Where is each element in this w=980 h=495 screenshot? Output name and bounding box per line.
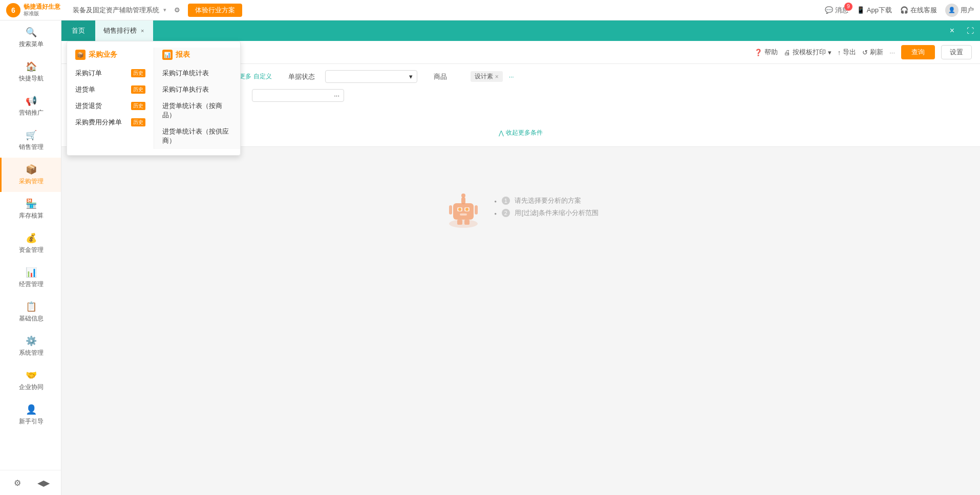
menu-item-stock-stats-goods[interactable]: 进货单统计表（按商品） — [158, 98, 237, 123]
sidebar-item-finance[interactable]: 💰 资金管理 — [0, 226, 61, 261]
help-label: 帮助 — [764, 48, 778, 57]
gear-button[interactable]: ⚙ — [171, 4, 184, 17]
svg-point-0 — [449, 220, 478, 228]
industry-btn[interactable]: 体验行业方案 — [188, 4, 242, 17]
message-icon: 💬 — [825, 6, 833, 14]
top-bar-right: 💬 消息 9 📱 App下载 🎧 在线客服 👤 用户 — [825, 4, 974, 17]
collapse-label: 收起更多条件 — [506, 128, 543, 137]
menu-item-stock-stats-supplier[interactable]: 进货单统计表（按供应商） — [158, 123, 237, 149]
logo: 6 畅捷通好生意 标准版 — [6, 3, 68, 17]
purchase-expense-label: 采购费用分摊单 — [75, 118, 122, 127]
status-select[interactable]: ▾ — [325, 70, 417, 83]
svg-rect-10 — [475, 205, 478, 214]
history-badge-1: 历史 — [131, 85, 145, 94]
sidebar-item-marketing[interactable]: 📢 营销推广 — [0, 89, 61, 123]
logo-text: 畅捷通好生意 标准版 — [24, 3, 60, 16]
tab-close-btn[interactable]: × — [140, 27, 145, 35]
top-bar-center: 装备及固定资产辅助管理系统 ▾ ⚙ 体验行业方案 — [68, 4, 825, 17]
sidebar-label-marketing: 营销推广 — [19, 109, 44, 117]
headset-icon: 🎧 — [900, 6, 908, 14]
menu-section-purchase-title: 📦 采购业务 — [71, 48, 150, 65]
sidebar-item-basic[interactable]: 📋 基础信息 — [0, 295, 61, 329]
empty-state: 1 请先选择要分析的方案 2 用[过滤]条件来缩小分析范围 — [61, 147, 980, 270]
export-label: 导出 — [843, 48, 856, 57]
app-download-btn[interactable]: 📱 App下载 — [857, 6, 892, 15]
goods-more-btn[interactable]: ··· — [509, 73, 514, 80]
order-stats-label: 采购订单统计表 — [162, 69, 209, 78]
cart-icon: 🛒 — [26, 130, 37, 141]
sidebar-label-inventory: 库存核算 — [19, 211, 44, 220]
goods-label: 商品 — [434, 72, 464, 81]
sidebar-item-search[interactable]: 🔍 搜索菜单 — [0, 20, 61, 55]
menu-item-purchase-expense[interactable]: 采购费用分摊单 历史 — [71, 114, 150, 131]
sidebar-item-purchase[interactable]: 📦 采购管理 — [0, 158, 61, 192]
menu-section-purchase: 📦 采购业务 采购订单 历史 进货单 历史 进货退货 历史 采购费用分摊单 历史 — [67, 48, 154, 149]
svg-rect-12 — [464, 220, 470, 225]
status-label: 单据状态 — [288, 72, 319, 81]
user-btn[interactable]: 👤 用户 — [945, 4, 974, 17]
system-dropdown-arrow[interactable]: ▾ — [163, 7, 166, 13]
svg-rect-11 — [457, 220, 462, 225]
help-btn[interactable]: ❓ 帮助 — [754, 48, 778, 57]
menu-item-purchase-order[interactable]: 采购订单 历史 — [71, 65, 150, 81]
date-custom-btn[interactable]: 自定义 — [253, 72, 272, 81]
history-badge-0: 历史 — [131, 69, 145, 77]
sidebar-item-newbie[interactable]: 👤 新手引导 — [0, 398, 61, 432]
menu-item-order-exec[interactable]: 采购订单执行表 — [158, 81, 237, 98]
history-badge-2: 历史 — [131, 102, 145, 110]
tab-bar-close[interactable]: × — [944, 26, 961, 35]
menu-item-stock-in[interactable]: 进货单 历史 — [71, 81, 150, 98]
tab-sales-rank-label: 销售排行榜 — [103, 26, 137, 35]
menu-item-order-stats[interactable]: 采购订单统计表 — [158, 65, 237, 81]
export-btn[interactable]: ↑ 导出 — [838, 48, 857, 57]
user-name: 用户 — [961, 6, 974, 15]
print-dropdown-icon[interactable]: ▾ — [828, 49, 832, 56]
sidebar-item-enterprise[interactable]: 🤝 企业协同 — [0, 363, 61, 398]
phone-icon: 📱 — [857, 6, 865, 14]
home-icon: 🏠 — [26, 61, 37, 72]
purchase-dropdown-menu: 📦 采购业务 采购订单 历史 进货单 历史 进货退货 历史 采购费用分摊单 历史 — [67, 41, 241, 156]
toolbar-more[interactable]: ··· — [889, 49, 895, 56]
sidebar-label-enterprise: 企业协同 — [19, 383, 44, 392]
sidebar-item-quick[interactable]: 🏠 快捷导航 — [0, 55, 61, 89]
report-section-label: 报表 — [176, 50, 190, 59]
print-icon: 🖨 — [784, 49, 791, 56]
online-service-label: 在线客服 — [910, 6, 937, 15]
collapse-sidebar-btn[interactable]: ◀▶ — [35, 475, 52, 491]
sidebar-label-newbie: 新手引导 — [19, 417, 44, 426]
collapse-btn[interactable]: ⋀ 收起更多条件 — [496, 125, 546, 140]
refresh-label: 刷新 — [870, 48, 883, 57]
print-label: 按模板打印 — [793, 48, 826, 57]
sidebar-item-sales[interactable]: 🛒 销售管理 — [0, 123, 61, 158]
staff-select[interactable]: ··· — [252, 89, 344, 102]
menu-section-report-title: 📊 报表 — [158, 48, 237, 65]
online-service-btn[interactable]: 🎧 在线客服 — [900, 6, 937, 15]
tab-maximize-btn[interactable]: ⛶ — [961, 27, 980, 35]
operation-icon: 📊 — [26, 267, 37, 278]
stock-return-label: 进货退货 — [75, 101, 102, 111]
tip-num-1: 1 — [502, 197, 510, 205]
avatar: 👤 — [945, 4, 958, 17]
query-button[interactable]: 查询 — [901, 45, 935, 59]
history-badge-3: 历史 — [131, 118, 145, 126]
goods-tag-remove[interactable]: × — [495, 73, 499, 80]
sidebar-item-inventory[interactable]: 🏪 库存核算 — [0, 192, 61, 226]
sidebar-item-system[interactable]: ⚙️ 系统管理 — [0, 329, 61, 363]
sidebar-label-purchase: 采购管理 — [19, 177, 44, 186]
refresh-btn[interactable]: ↺ 刷新 — [862, 48, 883, 57]
date-more-btn[interactable]: 更多 — [239, 72, 251, 81]
tab-home[interactable]: 首页 — [61, 20, 95, 41]
print-btn[interactable]: 🖨 按模板打印 ▾ — [784, 48, 832, 57]
menu-item-stock-return[interactable]: 进货退货 历史 — [71, 98, 150, 114]
message-btn[interactable]: 💬 消息 9 — [825, 6, 848, 15]
purchase-icon: 📦 — [26, 164, 37, 175]
empty-tips: 1 请先选择要分析的方案 2 用[过滤]条件来缩小分析范围 — [494, 196, 598, 221]
svg-point-8 — [461, 193, 465, 198]
settings-button[interactable]: 设置 — [941, 45, 972, 59]
tab-sales-rank[interactable]: 销售排行榜 × — [95, 20, 153, 41]
stock-in-label: 进货单 — [75, 85, 95, 94]
sidebar-label-sales: 销售管理 — [19, 143, 44, 152]
sidebar-item-operation[interactable]: 📊 经营管理 — [0, 261, 61, 295]
status-dropdown-icon: ▾ — [409, 73, 413, 80]
settings-bottom-btn[interactable]: ⚙ — [9, 475, 26, 491]
